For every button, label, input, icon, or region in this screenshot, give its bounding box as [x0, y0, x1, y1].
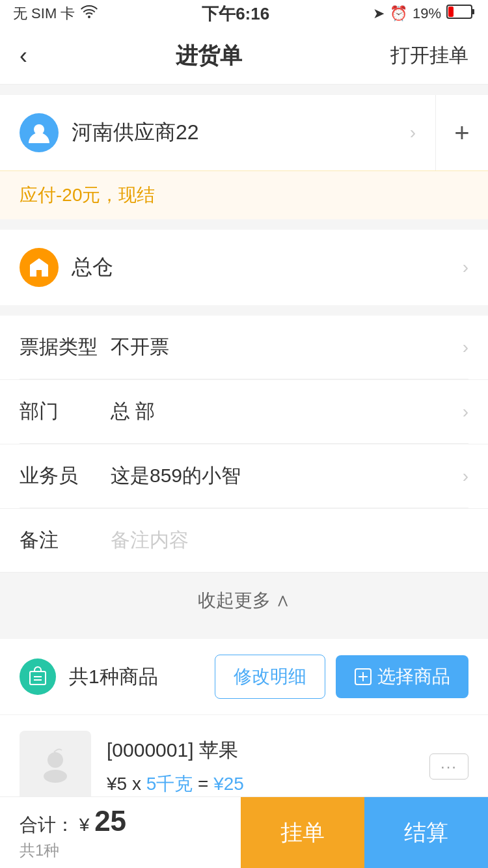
sim-status: 无 SIM 卡: [13, 4, 75, 23]
sales-row[interactable]: 业务员 这是859的小智 ›: [0, 444, 488, 508]
status-time: 下午6:16: [202, 3, 269, 25]
warehouse-section[interactable]: 总仓 ›: [0, 230, 488, 305]
bottom-bar: 合计： ¥ 25 共1种 挂单 结算: [0, 796, 488, 868]
nav-bar: ‹ 进货单 打开挂单: [0, 27, 488, 85]
dept-chevron-icon: ›: [463, 401, 468, 422]
sales-label: 业务员: [20, 463, 111, 489]
status-left: 无 SIM 卡: [13, 4, 98, 23]
edit-details-button[interactable]: 修改明细: [215, 655, 325, 699]
product-name: [0000001] 苹果: [107, 737, 429, 764]
invoice-chevron-icon: ›: [463, 337, 468, 358]
invoice-type-row[interactable]: 票据类型 不开票 ›: [0, 316, 488, 379]
open-pending-button[interactable]: 打开挂单: [390, 42, 468, 69]
warehouse-chevron-icon: ›: [463, 257, 468, 278]
quantity: 5千克: [146, 774, 193, 794]
svg-rect-1: [472, 9, 474, 14]
form-section: 票据类型 不开票 › 部门 总 部 › 业务员 这是859的小智 › 备注 备注…: [0, 316, 488, 572]
total-section: 合计： ¥ 25 共1种: [0, 797, 241, 868]
dept-row[interactable]: 部门 总 部 ›: [0, 379, 488, 443]
dept-value: 总 部: [111, 398, 463, 425]
select-product-button[interactable]: 选择商品: [336, 655, 468, 698]
product-info: [0000001] 苹果 ¥5 x 5千克 = ¥25: [107, 737, 429, 796]
sales-chevron-icon: ›: [463, 466, 468, 487]
unit-price: ¥5: [107, 774, 127, 794]
line-total: ¥25: [213, 774, 244, 794]
warehouse-icon: [20, 248, 59, 287]
supplier-section: 河南供应商22 › +: [0, 95, 488, 170]
wifi-icon: [80, 5, 98, 22]
total-unit: ¥: [79, 815, 90, 835]
supplier-selector[interactable]: 河南供应商22 ›: [0, 95, 436, 170]
svg-rect-2: [448, 7, 454, 17]
product-thumbnail: [20, 731, 91, 802]
sales-value: 这是859的小智: [111, 463, 463, 489]
product-code: [0000001]: [107, 739, 193, 761]
checkout-button[interactable]: 结算: [364, 797, 488, 868]
total-amount: 25: [94, 805, 126, 837]
total-row: 合计： ¥ 25: [20, 805, 221, 837]
total-count: 共1种: [20, 840, 221, 861]
supplier-chevron-icon: ›: [410, 122, 416, 143]
supplier-name: 河南供应商22: [72, 118, 410, 147]
svg-point-11: [44, 770, 67, 783]
add-supplier-button[interactable]: +: [436, 95, 488, 170]
alarm-icon: ⏰: [390, 5, 407, 22]
product-price: ¥5 x 5千克 = ¥25: [107, 772, 429, 796]
payment-notice: 应付-20元，现结: [0, 170, 488, 219]
svg-rect-4: [30, 671, 46, 685]
status-bar: 无 SIM 卡 下午6:16 ➤ ⏰ 19%: [0, 0, 488, 27]
total-label: 合计：: [20, 815, 74, 835]
note-row[interactable]: 备注 备注内容: [0, 508, 488, 572]
back-button[interactable]: ‹: [20, 42, 27, 70]
collapse-button[interactable]: 收起更多 ∧: [0, 572, 488, 629]
svg-rect-12: [54, 752, 57, 757]
select-product-label: 选择商品: [377, 664, 450, 689]
more-options-button[interactable]: ···: [429, 753, 468, 780]
product-header: 共1种商品 修改明细 选择商品: [0, 639, 488, 714]
battery-icon: [446, 5, 475, 23]
product-title: 苹果: [199, 739, 238, 761]
status-right: ➤ ⏰ 19%: [373, 5, 475, 23]
page-title: 进货单: [176, 41, 242, 71]
equals-sign: =: [198, 774, 213, 794]
suspend-button[interactable]: 挂单: [241, 797, 364, 868]
note-value: 备注内容: [111, 527, 468, 554]
battery-percent: 19%: [413, 5, 441, 22]
product-count: 共1种商品: [69, 664, 215, 690]
invoice-type-label: 票据类型: [20, 334, 111, 360]
dept-label: 部门: [20, 398, 111, 425]
warehouse-name: 总仓: [72, 253, 463, 282]
supplier-avatar: [20, 113, 59, 152]
product-icon: [20, 658, 56, 695]
location-icon: ➤: [373, 5, 385, 22]
multiply-sign: x: [132, 774, 146, 794]
note-label: 备注: [20, 527, 111, 554]
invoice-type-value: 不开票: [111, 334, 463, 360]
